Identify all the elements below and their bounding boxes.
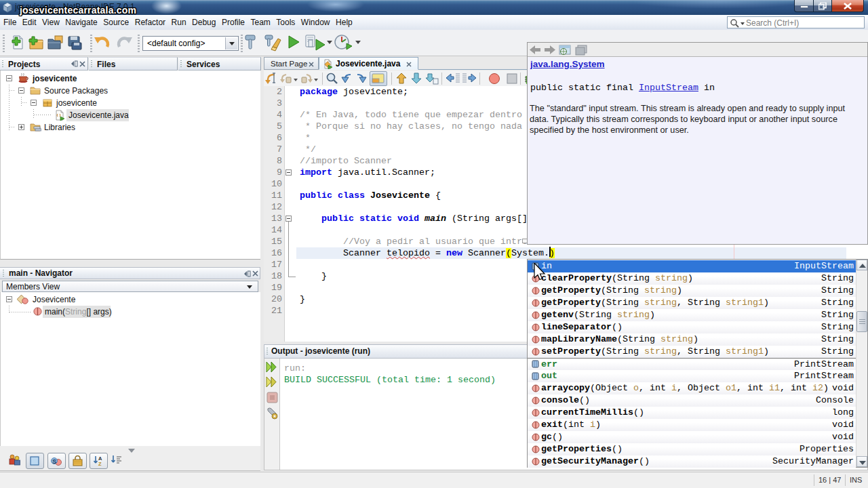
svg-text:Z: Z: [98, 461, 102, 467]
svg-text:S: S: [52, 458, 56, 465]
